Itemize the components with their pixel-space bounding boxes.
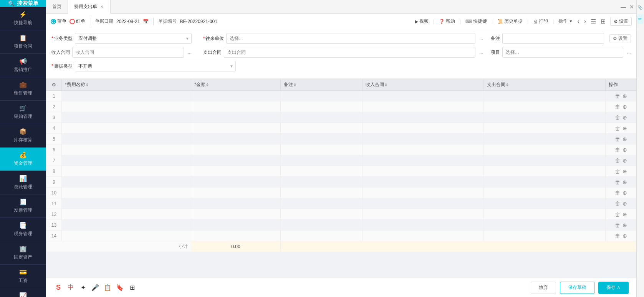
tool-icon-4[interactable]: 🎤: [91, 283, 100, 292]
expense-name-cell-11[interactable]: [62, 198, 191, 209]
expense-name-cell-4[interactable]: [62, 123, 191, 134]
income-contract-cell-3[interactable]: [362, 112, 484, 123]
income-contract-cell-9[interactable]: [362, 177, 484, 187]
income-contract-cell-11[interactable]: [362, 198, 484, 209]
copy-row-btn-5[interactable]: ⊕: [622, 136, 627, 142]
invoice-type-select[interactable]: 不开票: [75, 61, 236, 71]
copy-row-btn-14[interactable]: ⊕: [622, 233, 627, 239]
expense-sort-icon[interactable]: [86, 83, 88, 86]
copy-row-btn-7[interactable]: ⊕: [622, 158, 627, 164]
tab-close-icon[interactable]: ✕: [99, 4, 104, 10]
help-action[interactable]: ❓ 帮助: [439, 18, 455, 25]
copy-row-btn-12[interactable]: ⊕: [622, 211, 627, 217]
amount-cell-1[interactable]: [191, 91, 281, 101]
tab-expense[interactable]: 费用支出单 ✕: [68, 0, 111, 14]
note-settings-btn[interactable]: ⚙ 设置: [609, 34, 631, 43]
tool-icon-6[interactable]: 🔖: [115, 283, 124, 292]
video-action[interactable]: ▶ 视频: [415, 18, 429, 25]
delete-row-btn-3[interactable]: 🗑: [615, 114, 620, 121]
expense-name-cell-8[interactable]: [62, 166, 191, 177]
expense-name-cell-1[interactable]: [62, 91, 191, 101]
project-input[interactable]: [502, 47, 623, 58]
expense-name-cell-14[interactable]: [62, 231, 191, 241]
expense-contract-cell-1[interactable]: [484, 91, 606, 101]
discard-button[interactable]: 放弃: [531, 282, 556, 294]
expense-name-cell-10[interactable]: [62, 187, 191, 198]
project-ellipsis[interactable]: ...: [627, 50, 631, 55]
income-contract-cell-14[interactable]: [362, 231, 484, 241]
expense-contract-cell-14[interactable]: [484, 231, 606, 241]
sidebar-item-invoice[interactable]: 🧾 发票管理: [0, 194, 46, 218]
delete-row-btn-11[interactable]: 🗑: [615, 201, 620, 207]
expense-contract-cell-10[interactable]: [484, 187, 606, 198]
sidebar-item-accounting[interactable]: 📊 总账管理: [0, 171, 46, 194]
note-cell-9[interactable]: [280, 177, 362, 187]
income-contract-cell-8[interactable]: [362, 166, 484, 177]
expense-contract-cell-7[interactable]: [484, 155, 606, 166]
expense-name-cell-12[interactable]: [62, 209, 191, 220]
sidebar-item-marketing[interactable]: 📢 营销推广: [0, 54, 46, 77]
shortcuts-action[interactable]: ⌨ 快捷键: [465, 18, 487, 25]
note-cell-13[interactable]: [280, 220, 362, 231]
note-cell-7[interactable]: [280, 155, 362, 166]
expense-contract-cell-3[interactable]: [484, 112, 606, 123]
note-cell-5[interactable]: [280, 134, 362, 144]
expense-name-cell-2[interactable]: [62, 101, 191, 112]
note-cell-14[interactable]: [280, 231, 362, 241]
right-panel-icon-2[interactable]: ✏: [637, 14, 644, 24]
sidebar-item-sales[interactable]: 💼 销售管理: [0, 77, 46, 101]
expense-contract-input[interactable]: [224, 47, 475, 58]
copy-row-btn-9[interactable]: ⊕: [622, 179, 627, 185]
income-contract-cell-7[interactable]: [362, 155, 484, 166]
income-contract-cell-5[interactable]: [362, 134, 484, 144]
copy-row-btn-1[interactable]: ⊕: [622, 93, 627, 99]
delete-row-btn-2[interactable]: 🗑: [615, 104, 620, 110]
amount-cell-6[interactable]: [191, 144, 281, 155]
copy-row-btn-2[interactable]: ⊕: [622, 104, 627, 110]
print-action[interactable]: 🖨 打印: [533, 18, 548, 25]
history-action[interactable]: 📜 历史单据: [497, 18, 523, 25]
nav-next-btn[interactable]: ›: [584, 18, 586, 25]
counterpart-input[interactable]: [226, 33, 475, 44]
amount-cell-11[interactable]: [191, 198, 281, 209]
expense-contract-sort-icon[interactable]: [506, 83, 508, 86]
copy-row-btn-6[interactable]: ⊕: [622, 147, 627, 153]
copy-row-btn-3[interactable]: ⊕: [622, 114, 627, 121]
sidebar-item-project-contract[interactable]: 📋 项目合同: [0, 30, 46, 54]
close-button[interactable]: ✕: [629, 4, 635, 10]
amount-cell-2[interactable]: [191, 101, 281, 112]
expense-contract-cell-9[interactable]: [484, 177, 606, 187]
delete-row-btn-14[interactable]: 🗑: [615, 233, 620, 239]
copy-row-btn-10[interactable]: ⊕: [622, 190, 627, 196]
biz-type-select[interactable]: 应付调整: [75, 33, 192, 44]
tool-icon-5[interactable]: 📋: [103, 283, 112, 292]
note-cell-3[interactable]: [280, 112, 362, 123]
note-cell-4[interactable]: [280, 123, 362, 134]
view-list-btn[interactable]: ☰: [591, 18, 596, 25]
income-contract-cell-2[interactable]: [362, 101, 484, 112]
operate-action[interactable]: 操作 ▼: [558, 18, 573, 25]
calendar-icon[interactable]: 📅: [143, 19, 149, 24]
copy-row-btn-13[interactable]: ⊕: [622, 222, 627, 228]
sidebar-item-purchase[interactable]: 🛒 采购管理: [0, 101, 46, 124]
amount-cell-8[interactable]: [191, 166, 281, 177]
expense-contract-cell-2[interactable]: [484, 101, 606, 112]
expense-name-cell-7[interactable]: [62, 155, 191, 166]
delete-row-btn-7[interactable]: 🗑: [615, 158, 620, 164]
expense-contract-cell-4[interactable]: [484, 123, 606, 134]
tab-home[interactable]: 首页: [46, 0, 68, 13]
expense-name-cell-13[interactable]: [62, 220, 191, 231]
expense-name-cell-3[interactable]: [62, 112, 191, 123]
delete-row-btn-6[interactable]: 🗑: [615, 147, 620, 153]
sidebar-item-inventory[interactable]: 📦 库存核算: [0, 124, 46, 148]
expense-name-cell-6[interactable]: [62, 144, 191, 155]
note-cell-1[interactable]: [280, 91, 362, 101]
expense-contract-cell-13[interactable]: [484, 220, 606, 231]
delete-row-btn-12[interactable]: 🗑: [615, 211, 620, 217]
note-sort-icon[interactable]: [294, 83, 296, 86]
sidebar-item-fixed-assets[interactable]: 🏢 固定资产: [0, 241, 46, 265]
expense-contract-cell-5[interactable]: [484, 134, 606, 144]
note-cell-10[interactable]: [280, 187, 362, 198]
income-contract-cell-13[interactable]: [362, 220, 484, 231]
col-settings[interactable]: ⚙: [46, 79, 62, 91]
